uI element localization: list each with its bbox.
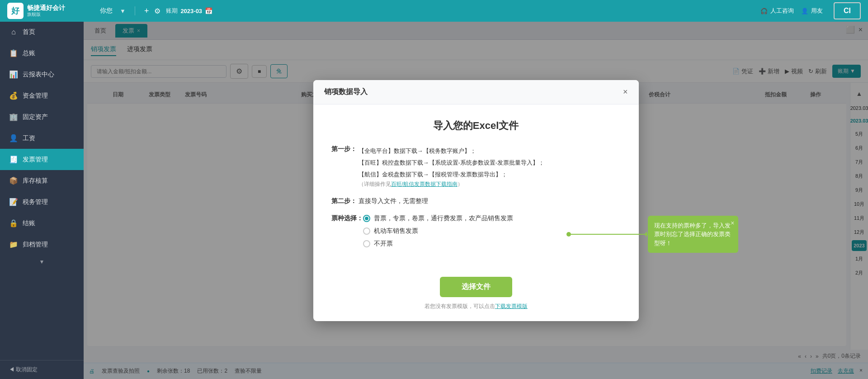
radio-2[interactable] (363, 227, 370, 235)
cancel-fixed-label: ◀ 取消固定 (9, 366, 38, 373)
modal-header: 销项数据导入 × (313, 80, 639, 104)
add-icon[interactable]: + (144, 6, 149, 16)
sidebar-item-label: 总账 (23, 49, 35, 57)
ticket-option-1-label: 普票，专票，卷票，通行费发票，农产品销售发票 (374, 214, 513, 223)
sidebar-item-label: 税务管理 (23, 198, 48, 206)
sidebar-item-label: 首页 (23, 28, 35, 36)
ci-avatar: CI (834, 2, 861, 19)
sidebar-item-reports[interactable]: 📊 云报表中心 (0, 64, 84, 85)
tooltip-close-btn[interactable]: × (731, 218, 734, 228)
step1-content: 【全电平台】数据下载→【税务数字账户】； 【百旺】税控盘数据下载→【系统设置-系… (359, 145, 545, 188)
sidebar-item-label: 发票管理 (23, 156, 48, 164)
consult-button[interactable]: 🎧 人工咨询 (760, 7, 794, 15)
step1-line2: 【百旺】税控盘数据下载→【系统设置-系统参数设置-发票批量导入】； (359, 157, 545, 169)
topbar-right: 🎧 人工咨询 👤 用友 CI (760, 2, 861, 19)
user-label: 用友 (811, 7, 823, 15)
tooltip-line (571, 234, 648, 235)
ticket-option-1[interactable]: 普票，专票，卷票，通行费发票，农产品销售发票 (363, 214, 513, 223)
app-logo: 好 畅捷通好会计 旗舰版 (7, 3, 91, 19)
tooltip-dot (566, 232, 571, 237)
invoice-icon: 🧾 (9, 155, 18, 164)
user-icon: 👤 (801, 8, 808, 14)
ledger-icon: 📋 (9, 49, 18, 57)
modal-body: 导入您的Excel文件 第一步： 【全电平台】数据下载→【税务数字账户】； 【百… (313, 104, 639, 270)
content-area: 首页 发票 × 销项发票 进项发票 ⚙ ■ 兔 📄 (84, 22, 868, 379)
step1-section: 第一步： 【全电平台】数据下载→【税务数字账户】； 【百旺】税控盘数据下载→【系… (331, 145, 621, 188)
sidebar-item-payroll[interactable]: 👤 工资 (0, 128, 84, 149)
period-label: 账期 (166, 7, 178, 15)
sidebar-item-label: 工资 (23, 134, 35, 142)
step1-label: 第一步： (331, 145, 359, 153)
inventory-icon: 📦 (9, 176, 18, 185)
radio-3[interactable] (363, 240, 370, 247)
archive-icon: 📁 (9, 240, 18, 249)
sidebar: ⌂ 首页 📋 总账 📊 云报表中心 💰 资金管理 🏢 固定资产 👤 工资 🧾 发… (0, 22, 84, 379)
app-name: 畅捷通好会计 (27, 4, 65, 12)
step1-note: （详细操作见百旺/航信发票数据下载指南） (359, 180, 545, 188)
sidebar-item-ledger[interactable]: 📋 总账 (0, 43, 84, 64)
sidebar-item-home[interactable]: ⌂ 首页 (0, 22, 84, 43)
divider (135, 6, 135, 15)
sidebar-item-assets[interactable]: 🏢 固定资产 (0, 106, 84, 128)
tooltip-popup: × 现在支持的票种多了，导入发票时别忘了选择正确的发票类型呀！ (648, 216, 738, 253)
ticket-radio-group: 普票，专票，卷票，通行费发票，农产品销售发票 机动车销售发票 (363, 214, 513, 248)
ticket-option-3-label: 不开票 (374, 240, 393, 248)
payroll-icon: 👤 (9, 134, 18, 142)
step1-line1: 【全电平台】数据下载→【税务数字账户】； (359, 145, 545, 157)
modal-footer: 选择文件 若您没有发票模版，可以点击下载发票模版 (313, 270, 639, 321)
calendar-icon[interactable]: 📅 (205, 7, 212, 14)
step2-section: 第二步： 直接导入文件，无需整理 (331, 197, 621, 205)
main-layout: ⌂ 首页 📋 总账 📊 云报表中心 💰 资金管理 🏢 固定资产 👤 工资 🧾 发… (0, 22, 868, 379)
footer-note: 若您没有发票模版，可以点击下载发票模版 (425, 303, 528, 310)
account-arrow-icon[interactable]: ▼ (120, 8, 126, 14)
sidebar-item-label: 库存核算 (23, 177, 48, 185)
user-menu[interactable]: 👤 用友 (801, 7, 823, 15)
step1-line3: 【航信】金税盘数据下载→【报税管理-发票数据导出】； (359, 169, 545, 180)
sidebar-item-archive[interactable]: 📁 归档管理 (0, 234, 84, 255)
modal-close-btn[interactable]: × (623, 87, 628, 97)
reports-icon: 📊 (9, 70, 18, 79)
consult-label: 人工咨询 (770, 7, 794, 15)
sidebar-item-close[interactable]: 🔒 结账 (0, 213, 84, 234)
import-modal: 销项数据导入 × 导入您的Excel文件 第一步： 【全电平台】数据下载→【税务… (313, 80, 639, 321)
ticket-option-3[interactable]: 不开票 (363, 240, 513, 248)
tax-icon: 📝 (9, 198, 18, 206)
sidebar-item-label: 资金管理 (23, 92, 48, 100)
topbar: 好 畅捷通好会计 旗舰版 你您 ▼ + ⚙ 账期 2023-03 📅 🎧 人工咨… (0, 0, 868, 22)
app-edition: 旗舰版 (27, 11, 65, 18)
sidebar-item-label: 归档管理 (23, 241, 48, 249)
headset-icon: 🎧 (760, 8, 768, 14)
download-template-link[interactable]: 下载发票模版 (495, 303, 528, 309)
assets-icon: 🏢 (9, 113, 18, 121)
step2-content: 直接导入文件，无需整理 (359, 197, 428, 205)
close-period-icon: 🔒 (9, 219, 18, 227)
ticket-option-2[interactable]: 机动车销售发票 (363, 227, 513, 235)
ticket-label: 票种选择： (331, 214, 363, 223)
sidebar-item-label: 固定资产 (23, 113, 48, 121)
sidebar-item-inventory[interactable]: 📦 库存核算 (0, 170, 84, 191)
settings-icon[interactable]: ⚙ (154, 7, 160, 15)
download-guide-link[interactable]: 百旺/航信发票数据下载指南 (391, 181, 458, 187)
step2-label: 第二步： (331, 197, 359, 205)
modal-overlay: 销项数据导入 × 导入您的Excel文件 第一步： 【全电平台】数据下载→【税务… (84, 22, 868, 379)
logo-icon: 好 (7, 3, 24, 19)
radio-1[interactable] (363, 215, 370, 222)
sidebar-item-tax[interactable]: 📝 税务管理 (0, 191, 84, 213)
home-icon: ⌂ (9, 28, 18, 36)
sidebar-cancel-fixed[interactable]: ◀ 取消固定 (0, 360, 84, 379)
funds-icon: 💰 (9, 91, 18, 100)
modal-title: 销项数据导入 (324, 87, 368, 97)
sidebar-item-label: 结账 (23, 219, 35, 227)
sidebar-scroll-down[interactable]: ▼ (0, 255, 84, 269)
account-selector[interactable]: 你您 (100, 7, 113, 15)
period-info: 账期 2023-03 📅 (166, 7, 212, 15)
sidebar-item-label: 云报表中心 (23, 71, 54, 79)
sidebar-item-invoice[interactable]: 🧾 发票管理 (0, 149, 84, 170)
footer-note-prefix: 若您没有发票模版，可以点击 (425, 303, 495, 309)
select-file-btn[interactable]: 选择文件 (440, 277, 512, 297)
sidebar-item-funds[interactable]: 💰 资金管理 (0, 85, 84, 106)
ticket-option-2-label: 机动车销售发票 (374, 227, 418, 235)
ticket-select-section: 票种选择： 普票，专票，卷票，通行费发票，农产品销售发票 (331, 214, 621, 248)
period-value: 2023-03 (180, 8, 202, 14)
modal-main-title: 导入您的Excel文件 (331, 119, 621, 133)
